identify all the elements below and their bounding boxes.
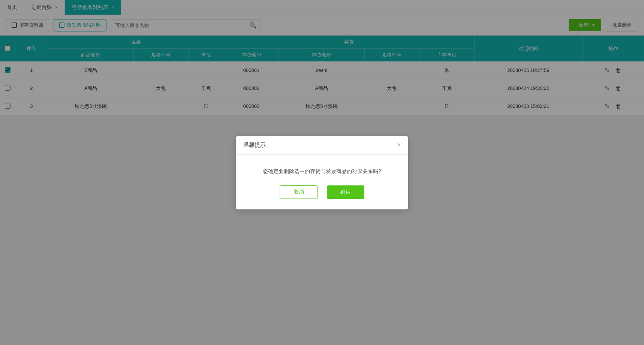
modal-overlay: 温馨提示 × 您确定要删除选中的存货与发票商品的对应关系吗? 取消 确认 bbox=[0, 0, 644, 115]
